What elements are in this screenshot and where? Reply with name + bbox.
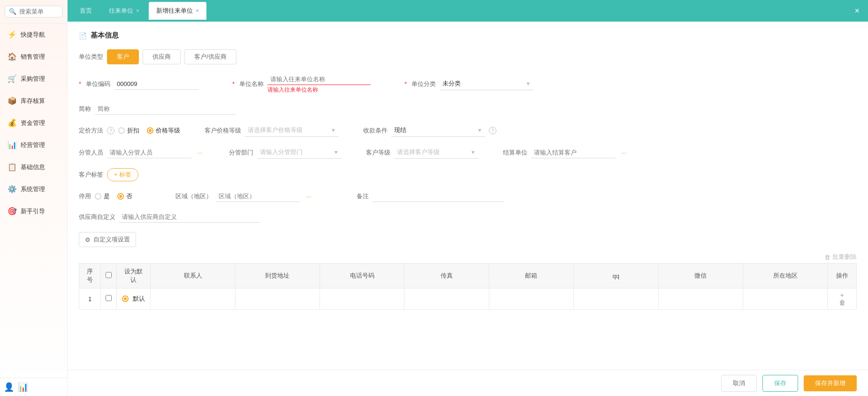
row-address-input[interactable] xyxy=(240,295,315,303)
table-body: 1 默认 xyxy=(79,288,857,310)
guide-icon: 🎯 xyxy=(8,207,17,216)
unit-name-input[interactable] xyxy=(267,74,371,85)
save-button[interactable]: 保存 xyxy=(762,375,798,392)
add-tag-button[interactable]: + 标签 xyxy=(107,168,138,181)
manager-row: 分管人员 ··· 分管部门 请输入分管部门 ▼ 客户等级 请选择客户等级 ▼ xyxy=(79,146,857,159)
supplier-custom-input[interactable] xyxy=(119,211,260,223)
type-btn-supplier[interactable]: 供应商 xyxy=(143,49,181,64)
row-email[interactable] xyxy=(489,288,573,310)
pricing-help-icon[interactable]: ? xyxy=(107,127,114,134)
sidebar-item-inventory[interactable]: 📦 库存核算 xyxy=(0,90,67,112)
manager-input[interactable] xyxy=(107,147,191,158)
row-select[interactable] xyxy=(106,295,112,301)
sidebar-item-quick-nav[interactable]: ⚡ 快捷导航 xyxy=(0,23,67,46)
row-qq-input[interactable] xyxy=(579,295,653,303)
row-default-radio[interactable]: 默认 xyxy=(122,295,145,303)
sidebar-user-icon[interactable]: 👤 xyxy=(4,382,14,392)
tab-new-contact-close[interactable]: × xyxy=(196,8,199,14)
row-wechat-input[interactable] xyxy=(663,295,738,303)
search-input[interactable] xyxy=(19,8,57,15)
tab-contacts[interactable]: 往来单位 × xyxy=(101,2,147,20)
row-qq[interactable] xyxy=(574,288,658,310)
section-basic-info: 📄 基本信息 xyxy=(79,31,857,40)
row-default-label: 默认 xyxy=(133,295,145,303)
tab-home[interactable]: 首页 xyxy=(72,2,99,20)
tab-contacts-close[interactable]: × xyxy=(136,8,139,14)
sidebar-item-label: 资金管理 xyxy=(21,119,45,127)
remark-field: 备注 xyxy=(357,191,504,202)
short-name-input[interactable] xyxy=(95,103,236,115)
unit-code-input[interactable] xyxy=(114,78,198,90)
pricing-radio-discount[interactable]: 折扣 xyxy=(118,126,139,135)
row-address[interactable] xyxy=(235,288,320,310)
remark-input[interactable] xyxy=(373,191,504,202)
col-contact: 联系人 xyxy=(151,264,235,288)
row-wechat[interactable] xyxy=(658,288,743,310)
sidebar-search-box[interactable]: 🔍 xyxy=(5,6,62,17)
row-region-input[interactable] xyxy=(748,295,822,303)
table-select-all[interactable] xyxy=(106,272,112,278)
basic-icon: 📋 xyxy=(8,163,17,171)
sidebar-item-label: 系统管理 xyxy=(21,185,45,194)
sidebar-item-label: 库存核算 xyxy=(21,97,45,105)
row-region[interactable] xyxy=(743,288,827,310)
payment-help-icon[interactable]: ? xyxy=(489,127,496,134)
settlement-more-icon[interactable]: ··· xyxy=(619,149,629,156)
row-actions: + 🗑 xyxy=(828,288,857,310)
payment-condition-select[interactable]: 现结 ▼ xyxy=(391,124,485,137)
quick-nav-icon: ⚡ xyxy=(8,30,17,39)
save-new-button[interactable]: 保存并新增 xyxy=(804,375,857,391)
region-more-icon[interactable]: ··· xyxy=(304,193,313,200)
code-name-row: * 单位编码 * 单位名称 请输入往来单位名称 * 单位分类 未分类 ▼ xyxy=(79,74,857,94)
disable-radio-no[interactable]: 否 xyxy=(117,192,132,201)
row-fax-input[interactable] xyxy=(409,295,484,303)
row-fax[interactable] xyxy=(404,288,489,310)
row-phone-input[interactable] xyxy=(325,295,399,303)
system-icon: ⚙️ xyxy=(8,185,17,194)
sidebar-item-system[interactable]: ⚙️ 系统管理 xyxy=(0,178,67,200)
sidebar-item-label: 销售管理 xyxy=(21,53,45,61)
customer-level-select[interactable]: 请选择客户等级 ▼ xyxy=(394,146,479,159)
settlement-unit-input[interactable] xyxy=(531,147,616,158)
sidebar-item-purchase[interactable]: 🛒 采购管理 xyxy=(0,68,67,90)
region-input[interactable] xyxy=(216,191,300,202)
cancel-button[interactable]: 取消 xyxy=(721,375,757,392)
sidebar-item-finance[interactable]: 💰 资金管理 xyxy=(0,112,67,134)
customer-price-label: 客户价格等级 xyxy=(205,126,241,135)
row-email-input[interactable] xyxy=(494,295,569,303)
sidebar-item-sales[interactable]: 🏠 销售管理 xyxy=(0,46,67,68)
purchase-icon: 🛒 xyxy=(8,74,17,83)
sidebar-item-guide[interactable]: 🎯 新手引导 xyxy=(0,200,67,222)
radio-discount-circle xyxy=(118,127,125,134)
pricing-radio-price-level[interactable]: 价格等级 xyxy=(147,126,180,135)
inventory-icon: 📦 xyxy=(8,96,17,105)
tab-new-contact[interactable]: 新增往来单位 × xyxy=(149,2,206,20)
disable-radio-yes[interactable]: 是 xyxy=(95,192,110,201)
type-btn-customer[interactable]: 客户 xyxy=(107,49,139,64)
row-phone[interactable] xyxy=(320,288,404,310)
pricing-radio-discount-label: 折扣 xyxy=(127,126,139,135)
supplier-custom-label: 供应商自定义 xyxy=(79,213,115,221)
custom-settings-button[interactable]: ⚙ 自定义项设置 xyxy=(79,232,136,247)
tab-bar: 首页 往来单位 × 新增往来单位 × × xyxy=(68,0,868,22)
row-contact[interactable] xyxy=(151,288,235,310)
sidebar-item-operation[interactable]: 📊 经营管理 xyxy=(0,134,67,156)
row-contact-input[interactable] xyxy=(155,295,230,303)
department-select[interactable]: 请输入分管部门 ▼ xyxy=(257,146,342,159)
sidebar-item-basic[interactable]: 📋 基础信息 xyxy=(0,156,67,178)
manager-more-icon[interactable]: ··· xyxy=(195,149,205,156)
unit-category-value: 未分类 xyxy=(442,79,524,88)
row-delete-icon[interactable]: 🗑 xyxy=(837,298,847,307)
payment-condition-label: 收款条件 xyxy=(363,126,388,135)
sidebar-settings-icon[interactable]: 📊 xyxy=(18,382,28,392)
customer-price-select[interactable]: 请选择客户价格等级 ▼ xyxy=(245,124,339,137)
sidebar-item-label: 采购管理 xyxy=(21,75,45,83)
section-icon: 📄 xyxy=(79,32,87,39)
tab-bar-close-btn[interactable]: × xyxy=(851,4,863,18)
type-btn-both[interactable]: 客户/供应商 xyxy=(184,49,236,64)
batch-delete-label[interactable]: 批量删除 xyxy=(832,253,857,261)
bottom-bar: 取消 保存 保存并新增 xyxy=(68,370,868,396)
section-title-text: 基本信息 xyxy=(91,31,119,40)
chevron-down-icon-4: ▼ xyxy=(334,149,339,155)
unit-category-select[interactable]: 未分类 ▼ xyxy=(440,78,533,90)
